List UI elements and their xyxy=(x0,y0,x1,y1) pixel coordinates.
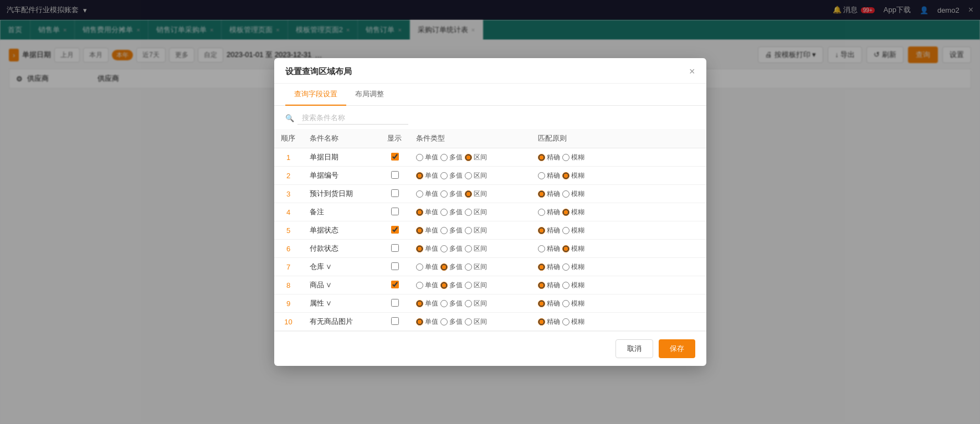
type-radio[interactable] xyxy=(465,318,472,325)
type-radio-label[interactable]: 单值 xyxy=(416,208,438,217)
type-radio[interactable] xyxy=(440,300,448,307)
type-radio[interactable] xyxy=(440,190,448,198)
type-radio[interactable] xyxy=(416,154,423,161)
tab-query-fields[interactable]: 查询字段设置 xyxy=(285,84,346,106)
display-checkbox[interactable] xyxy=(391,244,399,252)
type-radio[interactable] xyxy=(440,318,448,325)
type-radio-label[interactable]: 区间 xyxy=(465,171,487,180)
match-radio[interactable] xyxy=(562,154,569,161)
type-radio-label[interactable]: 单值 xyxy=(416,299,438,308)
type-radio[interactable] xyxy=(465,282,472,289)
type-radio[interactable] xyxy=(416,318,423,325)
type-radio-label[interactable]: 单值 xyxy=(416,153,438,162)
type-radio[interactable] xyxy=(416,209,423,216)
match-radio[interactable] xyxy=(538,318,545,325)
match-radio-label[interactable]: 精确 xyxy=(538,153,560,162)
type-radio-label[interactable]: 单值 xyxy=(416,189,438,199)
display-checkbox[interactable] xyxy=(391,317,399,325)
match-radio-label[interactable]: 精确 xyxy=(538,189,560,199)
match-radio-label[interactable]: 精确 xyxy=(538,281,560,290)
match-radio[interactable] xyxy=(562,227,569,234)
display-checkbox[interactable] xyxy=(391,153,399,161)
tab-layout-adjust[interactable]: 布局调整 xyxy=(346,84,393,106)
type-radio-label[interactable]: 区间 xyxy=(465,153,487,162)
match-radio[interactable] xyxy=(538,263,545,271)
match-radio-label[interactable]: 模糊 xyxy=(562,299,584,308)
match-radio[interactable] xyxy=(538,282,545,289)
cancel-button[interactable]: 取消 xyxy=(615,339,653,358)
match-radio-label[interactable]: 精确 xyxy=(538,226,560,235)
match-radio-label[interactable]: 精确 xyxy=(538,171,560,180)
type-radio[interactable] xyxy=(465,209,472,216)
match-radio[interactable] xyxy=(562,282,569,289)
type-radio[interactable] xyxy=(465,154,472,161)
type-radio[interactable] xyxy=(440,154,448,161)
save-button[interactable]: 保存 xyxy=(659,339,695,358)
type-radio-label[interactable]: 区间 xyxy=(465,317,487,327)
match-radio-label[interactable]: 精确 xyxy=(538,244,560,254)
match-radio[interactable] xyxy=(538,245,545,252)
match-radio[interactable] xyxy=(538,300,545,307)
type-radio-label[interactable]: 多值 xyxy=(440,153,463,162)
type-radio-label[interactable]: 区间 xyxy=(465,208,487,217)
type-radio-label[interactable]: 多值 xyxy=(440,262,463,272)
display-checkbox[interactable] xyxy=(391,189,399,197)
match-radio[interactable] xyxy=(562,190,569,198)
type-radio[interactable] xyxy=(440,227,448,234)
type-radio-label[interactable]: 区间 xyxy=(465,226,487,235)
type-radio[interactable] xyxy=(440,209,448,216)
match-radio-label[interactable]: 模糊 xyxy=(562,262,584,272)
display-checkbox[interactable] xyxy=(391,208,399,215)
type-radio-label[interactable]: 单值 xyxy=(416,262,438,272)
display-checkbox[interactable] xyxy=(391,226,399,234)
display-checkbox[interactable] xyxy=(391,281,399,288)
type-radio[interactable] xyxy=(440,245,448,252)
type-radio-label[interactable]: 多值 xyxy=(440,244,463,254)
type-radio-label[interactable]: 区间 xyxy=(465,189,487,199)
type-radio-label[interactable]: 区间 xyxy=(465,244,487,254)
match-radio[interactable] xyxy=(538,209,545,216)
match-radio[interactable] xyxy=(562,209,569,216)
type-radio[interactable] xyxy=(416,172,423,179)
match-radio-label[interactable]: 精确 xyxy=(538,299,560,308)
type-radio-label[interactable]: 多值 xyxy=(440,208,463,217)
type-radio[interactable] xyxy=(440,172,448,179)
match-radio-label[interactable]: 精确 xyxy=(538,262,560,272)
match-radio-label[interactable]: 模糊 xyxy=(562,171,584,180)
match-radio[interactable] xyxy=(538,154,545,161)
type-radio-label[interactable]: 区间 xyxy=(465,299,487,308)
type-radio-label[interactable]: 多值 xyxy=(440,281,463,290)
display-checkbox[interactable] xyxy=(391,171,399,179)
match-radio[interactable] xyxy=(538,227,545,234)
type-radio[interactable] xyxy=(440,282,448,289)
match-radio-label[interactable]: 模糊 xyxy=(562,317,584,327)
match-radio-label[interactable]: 模糊 xyxy=(562,208,584,217)
type-radio[interactable] xyxy=(465,172,472,179)
type-radio[interactable] xyxy=(416,300,423,307)
type-radio[interactable] xyxy=(465,245,472,252)
type-radio[interactable] xyxy=(416,190,423,198)
type-radio-label[interactable]: 单值 xyxy=(416,171,438,180)
type-radio-label[interactable]: 单值 xyxy=(416,317,438,327)
match-radio-label[interactable]: 模糊 xyxy=(562,189,584,199)
type-radio-label[interactable]: 多值 xyxy=(440,299,463,308)
type-radio-label[interactable]: 区间 xyxy=(465,281,487,290)
match-radio[interactable] xyxy=(562,172,569,179)
match-radio[interactable] xyxy=(562,318,569,325)
match-radio[interactable] xyxy=(562,245,569,252)
type-radio[interactable] xyxy=(465,190,472,198)
match-radio-label[interactable]: 精确 xyxy=(538,208,560,217)
type-radio-label[interactable]: 多值 xyxy=(440,171,463,180)
match-radio-label[interactable]: 精确 xyxy=(538,317,560,327)
match-radio[interactable] xyxy=(538,172,545,179)
type-radio[interactable] xyxy=(416,227,423,234)
type-radio[interactable] xyxy=(416,263,423,271)
type-radio[interactable] xyxy=(465,263,472,271)
match-radio[interactable] xyxy=(562,300,569,307)
type-radio[interactable] xyxy=(465,300,472,307)
type-radio-label[interactable]: 单值 xyxy=(416,244,438,254)
type-radio-label[interactable]: 多值 xyxy=(440,317,463,327)
search-input[interactable] xyxy=(297,111,408,125)
modal-close-button[interactable]: × xyxy=(689,66,695,77)
match-radio-label[interactable]: 模糊 xyxy=(562,153,584,162)
